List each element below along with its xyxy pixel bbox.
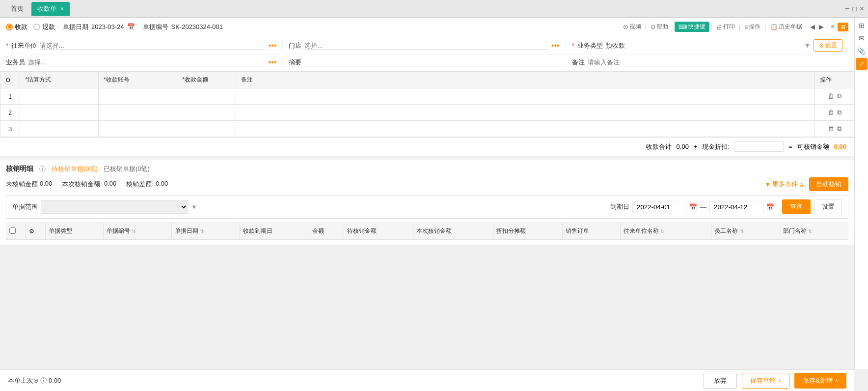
copy-row-3-icon[interactable]: ⧉: [837, 125, 841, 133]
settle-cell-2[interactable]: [20, 105, 99, 121]
delete-row-1-icon[interactable]: 🗑: [828, 92, 834, 100]
right-expand-icon[interactable]: ⤢: [856, 58, 868, 70]
col-account-header: *收款账号: [99, 72, 177, 88]
auto-verif-button[interactable]: 自动核销: [809, 177, 848, 191]
col-dept-header[interactable]: 部门名称 ⇅: [780, 223, 848, 240]
settings-sm-button[interactable]: 设置: [814, 199, 842, 214]
col-settle-header: *结算方式: [20, 72, 99, 88]
setting-button[interactable]: ⚙ 设置: [814, 39, 842, 52]
more-conditions-btn[interactable]: ▼ 更多条件 ∧: [764, 180, 804, 189]
delete-row-2-icon[interactable]: 🗑: [828, 109, 834, 116]
col-partner-header[interactable]: 往来单位名称 ⇅: [620, 223, 711, 240]
delete-row-3-icon[interactable]: 🗑: [828, 125, 834, 133]
counterparty-field: * 往来单位 •••: [6, 41, 282, 50]
settle-cell-1[interactable]: [20, 88, 99, 105]
account-cell-2[interactable]: [99, 105, 177, 121]
date-to-input[interactable]: [709, 201, 763, 213]
save-draft-button[interactable]: 保存草稿 ∧: [742, 373, 789, 389]
account-cell-1[interactable]: [99, 88, 177, 105]
radio-receipt[interactable]: 收款: [6, 23, 27, 31]
maximize-button[interactable]: □: [852, 5, 856, 13]
notes-cell-2[interactable]: [236, 105, 815, 121]
close-button[interactable]: ×: [860, 4, 864, 13]
pending-tab[interactable]: 待核销单据(0笔): [52, 165, 98, 173]
abandon-button[interactable]: 放弃: [704, 373, 737, 389]
range-dropdown-icon[interactable]: ▼: [191, 203, 197, 211]
col-amount-header: *收款金额: [177, 72, 236, 88]
tab-close-icon[interactable]: ×: [60, 5, 64, 12]
copy-row-2-icon[interactable]: ⧉: [837, 109, 841, 116]
account-cell-3[interactable]: [99, 121, 177, 137]
store-input[interactable]: [304, 42, 548, 50]
amount-cell-3[interactable]: [177, 121, 236, 137]
toolbar-print[interactable]: 🖨 打印: [713, 23, 738, 31]
verif-table: ⚙ 单据类型 单据编号 ⇅ 单据日期 ⇅: [6, 223, 848, 240]
right-table-icon[interactable]: ⊞: [856, 20, 868, 31]
remark-input[interactable]: [588, 58, 842, 66]
right-email-icon[interactable]: ✉: [856, 32, 868, 44]
copy-row-1-icon[interactable]: ⧉: [837, 92, 841, 100]
nav-next-icon[interactable]: ▶: [817, 23, 825, 30]
right-clip-icon[interactable]: 📎: [856, 45, 868, 57]
radio-group: 收款 退款: [6, 23, 55, 31]
sort-icon-partner: ⇅: [660, 228, 664, 234]
toolbar-help[interactable]: ⊙ 帮助: [648, 23, 671, 31]
discount-input[interactable]: [734, 141, 784, 152]
verif-stats: 未核销金额 0.00 本次核销金额: 0.00 核销差额: 0.00 ▼ 更多条…: [6, 177, 848, 191]
tab-current[interactable]: 收款单 ×: [31, 2, 70, 16]
col-settings-header[interactable]: ⚙: [0, 72, 20, 88]
tab-home[interactable]: 首页: [4, 2, 30, 16]
nav-prev-icon[interactable]: ◀: [809, 23, 816, 30]
completed-tab[interactable]: 已核销单据(0笔): [104, 165, 150, 173]
calendar-from-icon[interactable]: 📅: [689, 203, 697, 211]
toolbar-history[interactable]: 📋 历史单据: [767, 23, 805, 31]
col-employee-header[interactable]: 员工名称 ⇅: [711, 223, 780, 240]
abstract-input[interactable]: [304, 58, 559, 66]
salesperson-more-icon[interactable]: •••: [269, 58, 277, 67]
select-all-checkbox[interactable]: [9, 227, 16, 234]
col-doc-no-header[interactable]: 单据编号 ⇅: [103, 223, 171, 240]
notes-cell-1[interactable]: [236, 88, 815, 105]
salesperson-input[interactable]: [28, 58, 266, 66]
amount-cell-1[interactable]: [177, 88, 236, 105]
settle-cell-3[interactable]: [20, 121, 99, 137]
toolbar-video[interactable]: ⊙ 视频: [620, 23, 644, 31]
radio-refund[interactable]: 退款: [33, 23, 55, 31]
bottom-info-icon[interactable]: ⓘ: [40, 376, 47, 385]
view-grid-icon[interactable]: ⊞: [838, 23, 848, 31]
range-select[interactable]: [41, 200, 188, 214]
table-row: 2 🗑 ⧉: [0, 105, 854, 121]
date-from-input[interactable]: [632, 201, 686, 213]
view-list-icon[interactable]: ≡: [829, 22, 837, 31]
col-discount-header: 折扣分摊额: [493, 223, 563, 240]
toolbar-operations[interactable]: ≡ 操作: [741, 23, 763, 31]
receipt-table: ⚙ *结算方式 *收款账号 *收款金额 备注 操作: [0, 71, 854, 137]
biz-type-dropdown[interactable]: ▼: [804, 42, 811, 49]
counterparty-more-icon[interactable]: •••: [269, 41, 277, 50]
minimize-button[interactable]: −: [845, 4, 849, 13]
store-more-icon[interactable]: •••: [551, 41, 560, 50]
amount-cell-2[interactable]: [177, 105, 236, 121]
due-date-label: 到期日: [610, 202, 629, 211]
range-label: 单据范围: [12, 202, 38, 211]
col-doc-date-header[interactable]: 单据日期 ⇅: [171, 223, 240, 240]
calendar-icon[interactable]: 📅: [127, 23, 135, 30]
bottom-actions: 放弃 保存草稿 ∧ 保存&新增 ∧: [704, 373, 846, 389]
calendar-to-icon[interactable]: 📅: [766, 203, 774, 211]
query-button[interactable]: 查询: [782, 199, 811, 214]
col-due-date-header: 收款到期日: [240, 223, 309, 240]
table-row: 3 🗑 ⧉: [0, 121, 854, 137]
abstract-field: 摘要: [282, 58, 565, 67]
verif-info-icon[interactable]: ⓘ: [39, 165, 46, 173]
biz-type-field: * 业务类型 预收款 ▼ ⚙ 设置: [566, 39, 848, 52]
col-gear-header[interactable]: ⚙: [26, 223, 46, 240]
toolbar-shortcut[interactable]: ⌨ 快捷键: [675, 22, 709, 32]
table-row: 1 🗑 ⧉: [0, 88, 854, 105]
gear-icon[interactable]: ⚙: [5, 77, 11, 84]
sort-icon-employee: ⇅: [740, 228, 744, 234]
notes-cell-3[interactable]: [236, 121, 815, 137]
counterparty-input[interactable]: [40, 42, 265, 50]
bottom-gear-icon[interactable]: ⚙: [29, 228, 34, 235]
save-new-button[interactable]: 保存&新增 ∧: [794, 373, 846, 389]
biz-type-label: 业务类型: [577, 41, 603, 50]
